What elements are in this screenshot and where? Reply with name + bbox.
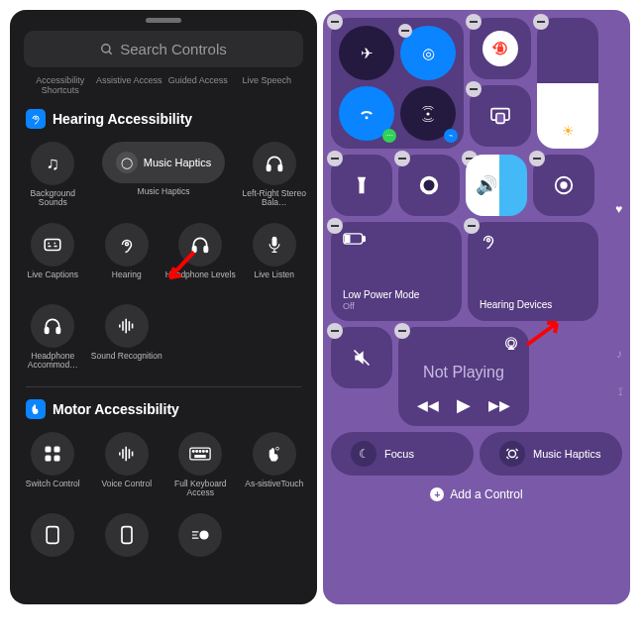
now-playing-tile[interactable]: Not Playing ◀◀ ▶ ▶▶: [398, 327, 529, 426]
remove-icon[interactable]: [533, 14, 549, 30]
focus-tile[interactable]: ☾ Focus: [331, 432, 474, 476]
headphones-icon: [190, 235, 210, 255]
control-switch-control[interactable]: Switch Control: [16, 427, 90, 504]
remove-icon[interactable]: [466, 14, 482, 30]
control-hearing[interactable]: Hearing: [90, 218, 164, 295]
vpn-badge: ⋯: [382, 129, 396, 143]
section-divider: [26, 386, 301, 387]
flashlight-tile[interactable]: [331, 155, 392, 216]
svg-rect-4: [278, 165, 281, 171]
ear-icon: [118, 236, 136, 254]
remove-icon[interactable]: [327, 218, 343, 234]
remove-icon[interactable]: [398, 24, 412, 38]
target-icon: [190, 527, 210, 543]
heart-icon: ♥: [615, 202, 622, 216]
voice-waveform-icon: [117, 446, 137, 462]
mirroring-icon: [489, 107, 511, 125]
brightness-slider[interactable]: ☀: [537, 18, 598, 149]
svg-rect-9: [271, 237, 276, 247]
svg-point-30: [203, 451, 205, 453]
svg-rect-50: [346, 236, 350, 243]
remove-icon[interactable]: [394, 151, 410, 166]
control-background-sounds[interactable]: ♫ Background Sounds: [16, 137, 90, 214]
mute-tile[interactable]: [331, 327, 392, 388]
svg-point-0: [102, 44, 110, 52]
volume-slider[interactable]: 🔊: [466, 155, 527, 216]
rotation-lock-tile[interactable]: [470, 18, 531, 79]
empty-slot[interactable]: [535, 327, 596, 388]
remove-icon[interactable]: [466, 81, 482, 97]
prev-track-icon[interactable]: ◀◀: [417, 397, 439, 413]
control-item[interactable]: [163, 508, 238, 562]
svg-point-28: [196, 451, 198, 453]
control-item[interactable]: [90, 508, 164, 562]
tab-accessibility-shortcuts[interactable]: Accessibility Shortcuts: [26, 75, 95, 95]
battery-icon: [343, 232, 450, 246]
controls-gallery-screen: Search Controls Accessibility Shortcuts …: [10, 10, 317, 604]
play-icon[interactable]: ▶: [457, 394, 471, 416]
keyboard-icon: [189, 447, 211, 461]
wifi-icon: [358, 107, 376, 121]
svg-point-40: [426, 112, 429, 115]
remove-icon[interactable]: [327, 323, 343, 339]
svg-point-55: [509, 451, 516, 458]
music-note-icon: ♪: [616, 347, 622, 361]
svg-rect-7: [193, 247, 196, 253]
tab-guided-access[interactable]: Guided Access: [163, 75, 233, 95]
control-live-captions[interactable]: Live Captions: [16, 218, 90, 295]
svg-rect-26: [190, 448, 210, 460]
remove-icon[interactable]: [394, 323, 410, 339]
tab-live-speech[interactable]: Live Speech: [233, 75, 302, 95]
control-voice-control[interactable]: Voice Control: [90, 427, 164, 504]
haptics-icon: ◯: [121, 157, 133, 169]
control-music-haptics[interactable]: ◯ Music Haptics Music Haptics: [90, 137, 238, 214]
connectivity-tile[interactable]: ✈ ◎ ⋯ ⌁: [331, 18, 464, 149]
next-track-icon[interactable]: ▶▶: [488, 397, 510, 413]
control-lr-stereo-balance[interactable]: Left-Right Stereo Bala…: [238, 137, 312, 214]
control-assistivetouch[interactable]: As-sistiveTouch: [238, 427, 312, 504]
remove-icon[interactable]: [327, 14, 343, 30]
remove-icon[interactable]: [327, 151, 343, 166]
mute-icon: [352, 348, 372, 368]
camera-tile[interactable]: [533, 155, 594, 216]
airplane-mode-toggle[interactable]: ✈: [339, 26, 394, 80]
remove-icon[interactable]: [464, 218, 480, 234]
control-full-keyboard-access[interactable]: Full Keyboard Access: [163, 427, 238, 504]
control-sound-recognition[interactable]: Sound Recognition: [90, 299, 164, 376]
control-live-listen[interactable]: Live Listen: [238, 218, 312, 295]
svg-rect-11: [56, 328, 59, 334]
category-tabs: Accessibility Shortcuts Assistive Access…: [26, 75, 301, 95]
airdrop-toggle[interactable]: ◎: [400, 26, 456, 80]
dark-mode-tile[interactable]: [398, 155, 460, 216]
svg-rect-18: [54, 447, 60, 453]
add-a-control-button[interactable]: + Add a Control: [331, 487, 622, 501]
svg-point-31: [206, 451, 208, 453]
hearing-grid: ♫ Background Sounds ◯ Music Haptics Musi…: [10, 137, 317, 376]
record-icon: [553, 174, 575, 196]
svg-rect-35: [122, 527, 132, 544]
wifi-toggle[interactable]: ⋯: [339, 86, 394, 141]
cellular-toggle[interactable]: ⌁: [400, 86, 456, 141]
search-controls-field[interactable]: Search Controls: [24, 31, 303, 67]
control-headphone-levels[interactable]: Headphone Levels: [163, 218, 238, 295]
sheet-grabber[interactable]: [146, 18, 181, 23]
screen-mirroring-tile[interactable]: [470, 85, 531, 147]
low-power-mode-tile[interactable]: Low Power Mode Off: [331, 222, 462, 321]
svg-rect-32: [195, 456, 205, 458]
phone-icon: [120, 525, 134, 545]
sun-icon: ☀: [562, 123, 575, 139]
svg-rect-41: [498, 48, 503, 53]
volume-icon: 🔊: [476, 174, 497, 196]
remove-icon[interactable]: [529, 151, 545, 166]
airdrop-icon: ◎: [422, 45, 435, 62]
svg-point-45: [424, 180, 435, 191]
hand-tap-icon: [26, 399, 46, 419]
hearing-devices-tile[interactable]: Hearing Devices: [468, 222, 598, 321]
cellular-icon: [420, 106, 436, 122]
tab-assistive-access[interactable]: Assistive Access: [95, 75, 164, 95]
control-headphone-accommodations[interactable]: Headphone Accommod…: [16, 299, 90, 376]
music-haptics-tile[interactable]: Music Haptics: [480, 432, 622, 476]
control-item[interactable]: [16, 508, 90, 562]
search-placeholder: Search Controls: [120, 41, 227, 57]
airplane-icon: ✈: [361, 45, 374, 62]
